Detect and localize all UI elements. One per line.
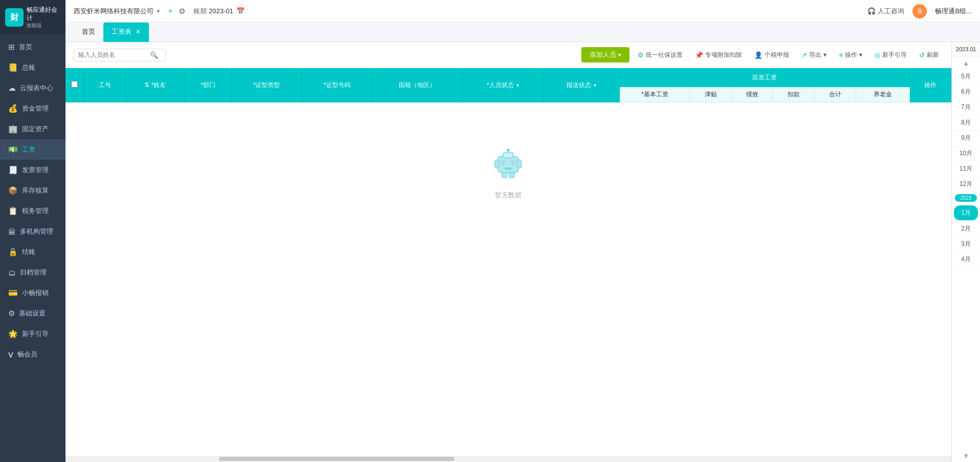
sidebar-item-inventory[interactable]: 📦 库存核算: [0, 180, 66, 201]
human-service-button[interactable]: 🎧 人工咨询: [867, 7, 904, 16]
sidebar-item-cloud-report[interactable]: ☁ 云报表中心: [0, 78, 66, 98]
total-header: 合计: [814, 87, 856, 102]
table-container: 工号 ⇅ *姓名 *部门 *证型类型: [66, 68, 951, 456]
scrollbar-thumb[interactable]: [219, 457, 454, 461]
month-item-prev-8[interactable]: 8月: [952, 115, 980, 131]
svg-rect-8: [505, 167, 512, 170]
header-right: 🎧 人工咨询 B 畅理通B组...: [867, 4, 972, 18]
svg-rect-1: [503, 153, 513, 158]
month-item-prev-11[interactable]: 11月: [952, 161, 980, 177]
sidebar-item-closing[interactable]: 🔒 结账: [0, 242, 66, 262]
special-deduct-action[interactable]: 📌 专项附加扣除: [691, 49, 746, 61]
pension-header: 养老金: [856, 87, 910, 102]
month-item-2023-3[interactable]: 3月: [952, 237, 980, 252]
guide-action[interactable]: ◎ 新手引导: [870, 49, 911, 61]
tab-home[interactable]: 首页: [74, 23, 103, 42]
month-item-2023-4[interactable]: 4月: [952, 252, 980, 267]
export-action[interactable]: ↗ 导出 ▾: [797, 49, 831, 61]
logo[interactable]: 财 畅应通好会计 旗舰版: [0, 0, 66, 35]
checkbox-header[interactable]: [66, 68, 84, 102]
logo-text: 畅应通好会计 旗舰版: [27, 6, 60, 29]
sidebar-item-fixed-assets[interactable]: 🏢 固定资产: [0, 119, 66, 139]
sidebar-item-ledger[interactable]: 📒 总账: [0, 57, 66, 78]
company-selector[interactable]: 西安虾米网络科技有限公司 ▾: [74, 7, 160, 16]
sidebar-item-tax[interactable]: 📋 税务管理: [0, 201, 66, 221]
inventory-icon: 📦: [8, 186, 18, 195]
month-item-2023-1[interactable]: 1月: [954, 205, 978, 221]
empty-state-row: 暂无数据: [66, 102, 951, 241]
tab-payroll-table[interactable]: 工资表 ✕: [103, 23, 149, 42]
sidebar-item-home[interactable]: ⊞ 首页: [0, 37, 66, 57]
sidebar-item-fund[interactable]: 💰 资金管理: [0, 98, 66, 119]
add-person-button[interactable]: 添加人员 ▾: [581, 47, 629, 62]
add-company-button[interactable]: ＋: [166, 6, 175, 16]
tab-close-button[interactable]: ✕: [136, 28, 141, 35]
top-header: 西安虾米网络科技有限公司 ▾ ＋ ⚙ 账期 2023-01 📅 🎧 人工咨询 B…: [66, 0, 980, 23]
refresh-action[interactable]: ↺ 刷新: [915, 49, 943, 61]
search-icon[interactable]: 🔍: [150, 51, 158, 59]
tax-icon: 📋: [8, 206, 18, 216]
calendar-icon[interactable]: 📅: [236, 7, 245, 15]
year-badge-2023: 2023: [952, 192, 980, 205]
empty-state: 暂无数据: [66, 102, 951, 241]
tax-report-action[interactable]: 👤 个税申报: [750, 49, 793, 61]
user-name[interactable]: 畅理通B组...: [935, 7, 972, 16]
member-icon: V: [8, 350, 13, 359]
sidebar-item-settings[interactable]: ⚙ 基础设置: [0, 303, 66, 324]
emp-status-header[interactable]: *人员状态 ▾: [462, 68, 543, 102]
id-type-header: *证型类型: [231, 68, 302, 102]
search-box: 🔍: [74, 49, 166, 61]
export-icon: ↗: [801, 51, 807, 59]
deductions-header: 扣款: [773, 87, 814, 102]
emp-no-header: 工号: [84, 68, 125, 102]
guide-action-icon: ◎: [875, 51, 880, 59]
company-settings-button[interactable]: ⚙: [179, 7, 185, 16]
company-name: 西安虾米网络科技有限公司: [74, 7, 154, 16]
month-item-prev-5[interactable]: 5月: [952, 69, 980, 85]
month-item-prev-12[interactable]: 12月: [952, 177, 980, 192]
sidebar-item-payroll[interactable]: 💵 工资: [0, 139, 66, 160]
bottom-scrollbar[interactable]: [66, 456, 951, 462]
payroll-items-header: 应发工资: [620, 68, 910, 87]
fund-icon: 💰: [8, 104, 18, 113]
toolbar: 🔍 添加人员 ▾ ⚙ 统一社保设置 📌 专项附加扣除 👤 个税申报: [66, 42, 951, 68]
panel-up-button[interactable]: ▲: [952, 57, 980, 69]
sidebar-item-expense[interactable]: 💳 小畅报销: [0, 283, 66, 303]
headset-icon: 🎧: [867, 7, 876, 15]
closing-icon: 🔒: [8, 247, 18, 257]
company-dropdown-icon[interactable]: ▾: [157, 7, 160, 15]
month-item-prev-10[interactable]: 10月: [952, 146, 980, 161]
empty-robot-icon: [488, 143, 529, 184]
sidebar-item-multi-org[interactable]: 🏛 多机构管理: [0, 221, 66, 242]
panel-header: 2023.01: [952, 42, 980, 57]
month-item-prev-7[interactable]: 7月: [952, 100, 980, 115]
nationality-header: 国籍（地区）: [372, 68, 462, 102]
period-value: 2023-01: [209, 7, 233, 15]
id-no-header: *证型号码: [302, 68, 373, 102]
social-security-action[interactable]: ⚙ 统一社保设置: [634, 49, 687, 61]
invoice-icon: 🧾: [8, 165, 18, 175]
emp-status-filter-icon[interactable]: ▾: [516, 82, 519, 88]
operations-action[interactable]: ≡ 操作 ▾: [835, 49, 866, 61]
sidebar-item-invoice[interactable]: 🧾 发票管理: [0, 160, 66, 180]
search-input[interactable]: [78, 51, 150, 58]
allowance-header: 津贴: [690, 87, 731, 102]
tax-report-icon: 👤: [754, 51, 763, 59]
select-all-checkbox[interactable]: [71, 81, 78, 88]
svg-point-7: [512, 162, 514, 164]
month-item-prev-6[interactable]: 6月: [952, 85, 980, 100]
dept-header: *部门: [185, 68, 231, 102]
sidebar-item-member[interactable]: V 畅会员: [0, 344, 66, 365]
panel-down-button[interactable]: ▼: [952, 450, 980, 462]
user-avatar[interactable]: B: [912, 4, 927, 18]
home-icon: ⊞: [8, 43, 15, 52]
report-status-filter-icon[interactable]: ▾: [594, 82, 596, 88]
month-item-prev-9[interactable]: 9月: [952, 131, 980, 146]
payroll-icon: 💵: [8, 145, 18, 154]
report-status-header[interactable]: 报送状态 ▾: [543, 68, 620, 102]
sidebar-item-archive[interactable]: 🗂 归档管理: [0, 262, 66, 283]
sidebar-item-guide[interactable]: 🌟 新手引导: [0, 324, 66, 344]
table-header-row1: 工号 ⇅ *姓名 *部门 *证型类型: [66, 68, 951, 87]
month-item-2023-2[interactable]: 2月: [952, 221, 980, 237]
name-header[interactable]: ⇅ *姓名: [125, 68, 185, 102]
